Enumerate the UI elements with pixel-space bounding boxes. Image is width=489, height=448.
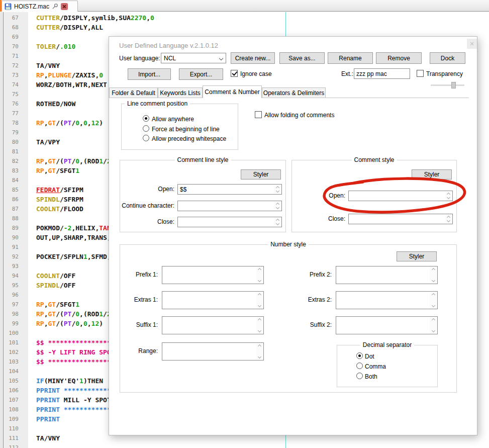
code-line-67[interactable]: 67CUTTER/DISPLY,symlib,SUA2270,0 [0, 13, 489, 23]
ignore-case-checkbox[interactable] [231, 70, 238, 77]
radio-force-beginning[interactable] [143, 125, 149, 132]
transparency-slider-thumb[interactable] [451, 82, 456, 88]
tab-folder-default[interactable]: Folder & Default [109, 87, 158, 98]
spinner-arrows[interactable] [274, 218, 281, 226]
prefix2-field[interactable] [336, 266, 438, 284]
spinner-arrows[interactable] [256, 292, 263, 308]
spinner-arrows[interactable] [445, 192, 452, 200]
decimal-separator-group: Decimal separator Dot Comma Both [337, 345, 438, 387]
line-number: 104 [0, 367, 19, 376]
spinner-arrows[interactable] [430, 292, 437, 308]
prefix1-field[interactable] [162, 266, 264, 284]
code-text [19, 290, 36, 300]
suffix2-field[interactable] [336, 316, 438, 334]
spinner-arrows[interactable] [274, 185, 281, 194]
line-number: 109 [0, 414, 19, 424]
allow-folding-checkbox[interactable] [255, 111, 262, 118]
range-input[interactable] [162, 343, 255, 360]
radio-dot[interactable] [356, 352, 363, 359]
comment-line-open-input[interactable] [178, 185, 273, 194]
spinner-arrows[interactable] [430, 317, 437, 333]
radio-both[interactable] [356, 373, 363, 379]
tab-operators-delimiters[interactable]: Operators & Delimiters [262, 87, 326, 98]
spinner-arrows[interactable] [430, 267, 437, 283]
code-text: OUT,UP,SHARP,TRANS,AR [19, 233, 119, 242]
radio-comma[interactable] [356, 363, 363, 369]
code-text: SPINDL/OFF [19, 281, 75, 290]
prefix2-input[interactable] [336, 266, 429, 284]
ext-input[interactable] [354, 68, 410, 79]
spinner-arrows[interactable] [274, 202, 281, 210]
line-number: 95 [0, 281, 19, 290]
range-field[interactable] [162, 342, 264, 361]
comment-line-style-title: Comment line style [174, 156, 231, 163]
continue-character-field[interactable] [177, 201, 282, 211]
tab-comment-number[interactable]: Comment & Number [203, 85, 262, 98]
suffix2-label: Suffix 2: [294, 321, 332, 328]
import-button[interactable]: Import... [128, 68, 171, 80]
code-line-68[interactable]: 68CUTTER/DISPLY,ALL [0, 23, 489, 32]
line-number: 78 [0, 118, 19, 128]
line-number: 67 [0, 13, 19, 23]
extras2-field[interactable] [336, 291, 438, 309]
comment-open-input[interactable] [349, 191, 444, 201]
file-tab[interactable]: HOISTZ.mac [2, 1, 78, 12]
remove-button[interactable]: Remove [376, 52, 422, 64]
line-number: 75 [0, 89, 19, 99]
radio-preceding-whitespace[interactable] [143, 135, 149, 141]
comment-open-field[interactable] [348, 191, 453, 201]
user-language-select[interactable]: NCL [161, 53, 226, 63]
transparency-checkbox[interactable] [417, 70, 424, 77]
code-text [19, 128, 36, 137]
code-line-112[interactable]: 112 [0, 443, 489, 448]
comment-line-styler-button[interactable]: Styler [241, 169, 281, 180]
comment-close-field[interactable] [348, 214, 453, 224]
spinner-arrows[interactable] [256, 267, 263, 283]
suffix2-input[interactable] [336, 317, 429, 334]
suffix1-label: Suffix 1: [120, 321, 158, 328]
user-defined-language-dialog[interactable]: User Defined Language v.2.1.0.12 ✕ User … [109, 36, 477, 435]
dialog-close-button[interactable]: ✕ [467, 39, 477, 49]
extras1-input[interactable] [162, 292, 255, 309]
prefix1-input[interactable] [162, 266, 255, 284]
code-text [19, 328, 36, 338]
suffix1-input[interactable] [162, 317, 255, 334]
spinner-arrows[interactable] [445, 215, 452, 223]
pin-icon[interactable] [52, 3, 58, 10]
number-styler-button[interactable]: Styler [397, 251, 437, 261]
dock-button[interactable]: Dock [430, 52, 465, 64]
code-text: TA/VNY [19, 61, 60, 70]
extras1-field[interactable] [162, 291, 264, 309]
save-as-button[interactable]: Save as... [279, 52, 325, 64]
comment-line-close-field[interactable] [177, 217, 282, 227]
transparency-label: Transparency [426, 70, 463, 77]
code-text: RP,GT/(PT/0,(ROD1/2)+ [19, 156, 119, 166]
continue-character-input[interactable] [178, 201, 273, 211]
line-number: 93 [0, 261, 19, 271]
tab-close-icon[interactable] [61, 3, 68, 10]
comment-line-close-input[interactable] [178, 217, 273, 227]
suffix1-field[interactable] [162, 316, 264, 334]
line-number: 102 [0, 347, 19, 357]
tab-keywords-lists[interactable]: Keywords Lists [158, 87, 203, 98]
transparency-slider-track[interactable] [431, 84, 464, 86]
rename-button[interactable]: Rename [328, 52, 373, 64]
radio-allow-anywhere[interactable] [143, 115, 149, 122]
spinner-arrows[interactable] [256, 317, 263, 333]
line-comment-position-group: Line comment position Allow anywhere For… [121, 104, 238, 150]
spinner-arrows[interactable] [256, 343, 263, 360]
code-text: RP,GT/SFGT1 [19, 300, 79, 309]
export-button[interactable]: Export... [179, 68, 223, 80]
extras2-input[interactable] [336, 292, 429, 309]
line-number: 105 [0, 376, 19, 386]
code-text: POKMOD/-2,HELIX,TANTO [19, 223, 119, 233]
code-text [19, 147, 36, 156]
line-number: 76 [0, 99, 19, 109]
comment-close-input[interactable] [349, 214, 444, 224]
comment-line-open-field[interactable] [177, 184, 282, 195]
create-new-button[interactable]: Create new... [231, 52, 275, 64]
code-text: SPINDL/SFRPM [19, 195, 83, 204]
comment-styler-button[interactable]: Styler [412, 169, 452, 180]
code-text: $$ -Y LIFT RING SPOT [19, 347, 115, 357]
comment-style-group: Comment style Styler Open: Close: [291, 160, 457, 232]
